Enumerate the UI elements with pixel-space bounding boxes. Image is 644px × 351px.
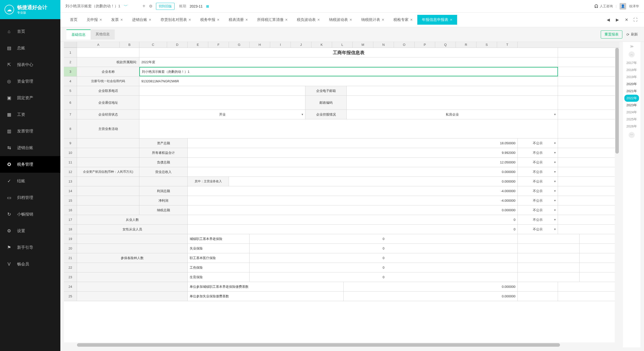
year-option[interactable]: 2025年 bbox=[624, 116, 639, 123]
select-all-corner[interactable] bbox=[64, 42, 77, 48]
row-header-15[interactable]: 15 bbox=[64, 196, 77, 205]
row-header-24[interactable]: 24 bbox=[64, 282, 77, 292]
tab-close-icon[interactable]: ✕ bbox=[317, 18, 320, 22]
col-header-T[interactable]: T bbox=[497, 42, 518, 48]
col-header-O[interactable]: O bbox=[394, 42, 415, 48]
sidebar-item-12[interactable]: ⚙设置 bbox=[0, 223, 60, 239]
tab-10[interactable]: 纳税统计表✕ bbox=[357, 15, 389, 25]
tabs-close-all-button[interactable]: ✕ bbox=[623, 16, 630, 23]
collapse-panel-icon[interactable]: ≫ bbox=[630, 44, 634, 48]
add-account-button[interactable]: + bbox=[142, 3, 145, 9]
col-header-N[interactable]: N bbox=[373, 42, 394, 48]
tab-2[interactable]: 发票✕ bbox=[107, 15, 128, 25]
tab-8[interactable]: 税负波动表✕ bbox=[292, 15, 325, 25]
year-option[interactable]: 2018年 bbox=[624, 66, 639, 74]
row-header-14[interactable]: 14 bbox=[64, 186, 77, 196]
tab-close-icon[interactable]: ✕ bbox=[120, 18, 123, 22]
grid-cells[interactable]: 工商年报信息表税款所属期间:2022年度企业名称刘小艳演示账套（勿删勿动！）1注… bbox=[77, 48, 619, 342]
row-header-2[interactable]: 2 bbox=[64, 57, 77, 67]
col-header-J[interactable]: J bbox=[291, 42, 311, 48]
switch-old-version-button[interactable]: 切到旧版 bbox=[156, 3, 175, 10]
row-header-9[interactable]: 9 bbox=[64, 138, 77, 148]
row-header-19[interactable]: 19 bbox=[64, 234, 77, 244]
col-header-E[interactable]: E bbox=[188, 42, 208, 48]
row-header-22[interactable]: 22 bbox=[64, 263, 77, 272]
tab-4[interactable]: 存货别名对照表✕ bbox=[156, 15, 196, 25]
sidebar-item-5[interactable]: ▦工资 bbox=[0, 106, 60, 123]
tab-6[interactable]: 税表清册✕ bbox=[224, 15, 253, 25]
row-header-18[interactable]: 18 bbox=[64, 225, 77, 234]
sub-tab-other[interactable]: 其他信息 bbox=[91, 29, 115, 40]
row-header-3[interactable]: 3 bbox=[64, 67, 77, 77]
row-header-7[interactable]: 7 bbox=[64, 110, 77, 119]
tab-close-icon[interactable]: ✕ bbox=[245, 18, 248, 22]
consult-button[interactable]: 🎧 人工咨询 bbox=[594, 4, 613, 9]
tabs-prev-button[interactable]: ◀ bbox=[605, 16, 612, 23]
sidebar-item-2[interactable]: ⇱报表中心 bbox=[0, 56, 60, 73]
settings-icon[interactable]: ⚙ bbox=[149, 4, 152, 9]
tabs-next-button[interactable]: ▶ bbox=[614, 16, 621, 23]
col-header-H[interactable]: H bbox=[250, 42, 270, 48]
sidebar-item-1[interactable]: ▤总账 bbox=[0, 40, 60, 56]
tab-close-icon[interactable]: ✕ bbox=[382, 18, 384, 22]
sidebar-item-8[interactable]: ✪税务管理 bbox=[0, 156, 60, 173]
reset-report-button[interactable]: 重置报表 bbox=[601, 30, 622, 39]
year-option[interactable]: 2024年 bbox=[624, 109, 639, 116]
tab-3[interactable]: 进销台账✕ bbox=[128, 15, 156, 25]
year-option[interactable]: 2026年 bbox=[624, 123, 639, 130]
year-down-button[interactable]: ﹀ bbox=[629, 132, 635, 138]
col-header-Q[interactable]: Q bbox=[435, 42, 456, 48]
year-up-button[interactable]: ︿ bbox=[629, 51, 635, 57]
sidebar-item-14[interactable]: V畅会员 bbox=[0, 256, 60, 272]
col-header-L[interactable]: L bbox=[332, 42, 353, 48]
tab-11[interactable]: 税检专家✕ bbox=[389, 15, 417, 25]
col-header-G[interactable]: G bbox=[229, 42, 250, 48]
col-header-A[interactable]: A bbox=[77, 42, 120, 48]
row-header-13[interactable]: 13 bbox=[64, 177, 77, 186]
row-header-23[interactable]: 23 bbox=[64, 272, 77, 282]
avatar[interactable]: 👤 bbox=[620, 3, 626, 10]
col-header-P[interactable]: P bbox=[415, 42, 435, 48]
period-value[interactable]: 2023-11 bbox=[190, 4, 203, 8]
row-header-17[interactable]: 17 bbox=[64, 215, 77, 225]
tab-close-icon[interactable]: ✕ bbox=[188, 18, 191, 22]
vertical-scrollbar[interactable] bbox=[615, 48, 619, 342]
row-header-16[interactable]: 16 bbox=[64, 205, 77, 215]
col-header-I[interactable]: I bbox=[270, 42, 291, 48]
row-header-5[interactable]: 5 bbox=[64, 86, 77, 96]
horizontal-scrollbar[interactable] bbox=[64, 342, 619, 347]
year-option[interactable]: 2021年 bbox=[624, 88, 639, 95]
row-header-21[interactable]: 21 bbox=[64, 253, 77, 263]
col-header-B[interactable]: B bbox=[120, 42, 139, 48]
col-header-K[interactable]: K bbox=[311, 42, 332, 48]
row-header-4[interactable]: 4 bbox=[64, 77, 77, 86]
sub-tab-basic[interactable]: 基础信息 bbox=[66, 29, 91, 40]
col-header-C[interactable]: C bbox=[139, 42, 167, 48]
year-option[interactable]: 2020年 bbox=[624, 81, 639, 88]
chevron-down-icon[interactable]: ﹀ bbox=[124, 4, 128, 9]
tab-0[interactable]: 首页 bbox=[65, 15, 82, 25]
tab-close-icon[interactable]: ✕ bbox=[149, 18, 151, 22]
tab-5[interactable]: 税务申报✕ bbox=[196, 15, 224, 25]
sidebar-item-13[interactable]: ⚑新手引导 bbox=[0, 239, 60, 256]
sidebar-item-6[interactable]: ▥发票管理 bbox=[0, 123, 60, 139]
year-option[interactable]: 2023年 bbox=[624, 102, 639, 109]
tab-12[interactable]: 年报信息申报表✕ bbox=[417, 15, 457, 25]
col-header-M[interactable]: M bbox=[353, 42, 373, 48]
col-header-S[interactable]: S bbox=[476, 42, 497, 48]
sidebar-item-11[interactable]: ↻小畅报销 bbox=[0, 206, 60, 223]
sidebar-item-0[interactable]: ⌂首页 bbox=[0, 23, 60, 40]
row-header-11[interactable]: 11 bbox=[64, 158, 77, 167]
row-header-1[interactable]: 1 bbox=[64, 48, 77, 57]
sidebar-item-4[interactable]: ▣固定资产 bbox=[0, 90, 60, 106]
row-header-20[interactable]: 20 bbox=[64, 244, 77, 253]
company-name-cell[interactable]: 刘小艳演示账套（勿删勿动！）1 bbox=[139, 67, 558, 76]
account-selector[interactable]: 刘小艳演示账套（勿删勿动！）1 bbox=[65, 4, 120, 9]
row-header-8[interactable]: 8 bbox=[64, 119, 77, 138]
row-header-6[interactable]: 6 bbox=[64, 96, 77, 110]
sidebar-item-3[interactable]: ◎资金管理 bbox=[0, 73, 60, 90]
tab-close-icon[interactable]: ✕ bbox=[410, 18, 413, 22]
tab-close-icon[interactable]: ✕ bbox=[99, 18, 102, 22]
tab-7[interactable]: 所得税汇算清缴✕ bbox=[253, 15, 292, 25]
tab-close-icon[interactable]: ✕ bbox=[285, 18, 288, 22]
